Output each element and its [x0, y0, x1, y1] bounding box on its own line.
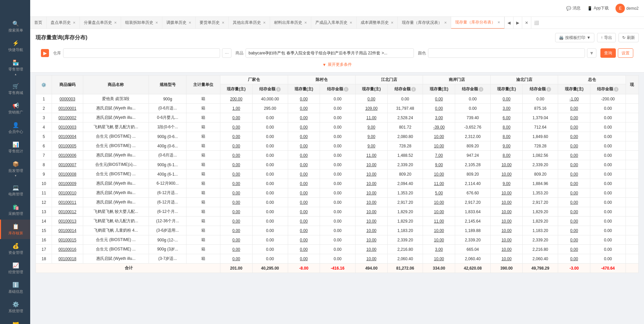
cell-nanan-qty: 10.00: [423, 207, 455, 217]
color-dropdown-btn[interactable]: ▼: [587, 48, 596, 58]
tab-next-btn[interactable]: ▶: [513, 17, 522, 29]
refresh-btn[interactable]: ↻ 刷新: [619, 33, 639, 42]
app-download-btn[interactable]: 📱 App下载: [587, 5, 609, 11]
tab-order[interactable]: 要货单历史 ✕: [196, 17, 229, 29]
tab-close-inventory-table[interactable]: ✕: [444, 21, 447, 25]
jiangbei-amt-info[interactable]: i: [411, 87, 416, 92]
sidebar-item-member[interactable]: 👤 会员中心: [0, 118, 30, 138]
table-row: 4 00100003 飞鹤星飞帆 婴儿配方奶... 1段(0-6个... 箱 0…: [36, 123, 639, 132]
settings-btn[interactable]: 设置: [618, 48, 633, 58]
cell-total-amt: 0.00: [590, 104, 626, 113]
cell-yubei-qty: 10.00: [490, 217, 523, 226]
cell-factory-amt: 0.00: [252, 207, 288, 217]
sidebar-item-corp[interactable]: 🤝 企业协同: [0, 317, 30, 324]
tab-material-in[interactable]: 材料出库单历史 ✕: [270, 17, 311, 29]
tab-stock-single[interactable]: 盘点单历史 ✕: [47, 17, 80, 29]
tab-inventory-table[interactable]: 现存量（库存状况表） ✕: [398, 17, 451, 29]
tab-cost-adj[interactable]: 成本调整单历史 ✕: [357, 17, 398, 29]
sidebar-item-wholesale[interactable]: 📦 批发管理 ▼: [0, 157, 30, 181]
cell-factory-qty: 0.00: [220, 226, 253, 235]
sidebar-item-basic-info[interactable]: ℹ️ 基础信息: [0, 278, 30, 297]
app-label: App下载: [594, 5, 609, 11]
warehouse-input[interactable]: [63, 48, 220, 58]
sidebar-item-system[interactable]: ⚙️ 系统管理: [0, 297, 30, 317]
table-container: ⚙️ 商品编码 商品名称 规格型号 主计量单位 厂家仓 陈村仓 江北门店 南岸门…: [30, 73, 644, 324]
sidebar-item-inventory[interactable]: 📋 库存核算: [0, 220, 30, 239]
sidebar-item-marketing[interactable]: 📢 营销推广: [0, 99, 30, 118]
tab-close-stock-detail[interactable]: ✕: [114, 21, 117, 25]
nanan-amt-info[interactable]: i: [479, 87, 483, 92]
cell-nanan-amt: 2,105.28: [455, 160, 490, 170]
tab-close-order[interactable]: ✕: [222, 21, 224, 25]
sidebar-item-retail-mgmt[interactable]: 🏪 零售管理 ▲: [0, 56, 30, 79]
cell-nanan-amt: 739.40: [455, 113, 490, 123]
sidebar-item-ecommerce[interactable]: 💻 电商管理: [0, 181, 30, 200]
filter-expand-btn[interactable]: ▶: [41, 49, 49, 57]
cell-spec: 1段(0-6个...: [149, 123, 186, 132]
product-input[interactable]: [246, 48, 414, 58]
filter-warehouse-group: 仓库 ···: [53, 48, 231, 58]
cell-code: 00100005: [52, 141, 83, 151]
cell-factory-amt: 0.00: [252, 179, 288, 188]
sidebar-item-retail-stat[interactable]: 📊 零售统计: [0, 138, 30, 157]
sidebar-item-search[interactable]: 🔍 搜索英单: [0, 17, 30, 36]
tab-prev-btn[interactable]: ◀: [504, 17, 513, 29]
sidebar-label-basic-info: 基础信息: [8, 289, 23, 294]
tab-stock-detail[interactable]: 分量盘点单历史 ✕: [80, 17, 121, 29]
cell-chen-amt: 0.00: [320, 226, 356, 235]
chen-amt-info[interactable]: i: [344, 87, 348, 92]
tab-inventory-dist[interactable]: 现存量（库存分布表） ✕: [451, 17, 504, 29]
cell-chen-qty: 0.00: [288, 160, 320, 170]
color-input[interactable]: [428, 48, 585, 58]
factory-amt-info[interactable]: i: [276, 87, 281, 92]
tab-close-product-in[interactable]: ✕: [350, 21, 352, 25]
tab-close-inventory-dist[interactable]: ✕: [497, 20, 500, 24]
cell-name: 合生元 (BIOSTIME) ...: [83, 235, 149, 245]
tab-product-in[interactable]: 产成品入库单历史 ✕: [311, 17, 357, 29]
sidebar-label-quick: 快捷导航: [8, 47, 23, 52]
cell-factory-qty: 0.00: [220, 179, 253, 188]
message-btn[interactable]: 💬 消息: [566, 5, 581, 11]
sidebar-item-finance[interactable]: 💰 资金管理: [0, 239, 30, 259]
yubei-amt-info[interactable]: i: [546, 87, 551, 92]
export-btn[interactable]: ↑ 导出: [597, 33, 616, 42]
sidebar-item-retail-store[interactable]: 🛒 零售商城: [0, 79, 30, 99]
th-nanan-store: 南岸门店: [423, 76, 490, 84]
sidebar-item-quick-nav[interactable]: ⚡ 快捷导航: [0, 36, 30, 56]
warehouse-ellipsis-btn[interactable]: ···: [222, 48, 231, 58]
query-btn[interactable]: 查询: [600, 48, 616, 58]
sidebar-item-biz-mgmt[interactable]: 📈 经营管理: [0, 259, 30, 278]
cell-unit: 箱: [186, 198, 220, 207]
tab-close-combo[interactable]: ✕: [155, 21, 158, 25]
user-btn[interactable]: E demo2: [615, 4, 639, 13]
tab-close-material-in[interactable]: ✕: [304, 21, 307, 25]
cell-factory-qty: 0.00: [220, 254, 253, 264]
total-amt-info[interactable]: i: [614, 87, 619, 92]
tab-close-cost-adj[interactable]: ✕: [391, 21, 393, 25]
table-settings-icon[interactable]: ⚙️: [41, 82, 47, 88]
cell-unit: 箱: [186, 132, 220, 141]
cell-total-amt: 0.00: [590, 217, 626, 226]
expand-more-btn[interactable]: ▼ 展开更多条件: [41, 60, 633, 69]
cell-yubei-amt: 1,849.60: [523, 132, 558, 141]
tab-combo[interactable]: 组装拆卸单历史 ✕: [121, 17, 162, 29]
tab-expand-btn[interactable]: ⬜: [531, 17, 542, 29]
cell-total-amt: 0.00: [590, 151, 626, 160]
tab-close-transfer[interactable]: ✕: [189, 21, 191, 25]
tab-close-stock-single[interactable]: ✕: [73, 21, 75, 25]
cell-chen-qty: 0.00: [288, 207, 320, 217]
sidebar-item-purchase[interactable]: 🛍️ 采购管理: [0, 200, 30, 220]
cell-unit: 箱: [186, 94, 220, 104]
tab-close-other-out[interactable]: ✕: [263, 21, 266, 25]
tab-close-all-btn[interactable]: ✕: [522, 17, 531, 29]
tab-transfer[interactable]: 调拨单历史 ✕: [162, 17, 196, 29]
settings-label: 设置: [622, 50, 630, 56]
cell-total-amt: 0.00: [590, 141, 626, 151]
th-settings[interactable]: ⚙️: [36, 76, 52, 94]
tab-home[interactable]: 首页: [30, 17, 47, 29]
print-btn[interactable]: 🖨️ 按模板打印 ▼: [555, 33, 594, 42]
cell-total-amt: 0.00: [590, 226, 626, 235]
cell-nanan-qty: 10.00: [423, 170, 455, 179]
tab-other-out[interactable]: 其他出库单历史 ✕: [229, 17, 270, 29]
cell-yubei-qty: 10.00: [490, 198, 523, 207]
